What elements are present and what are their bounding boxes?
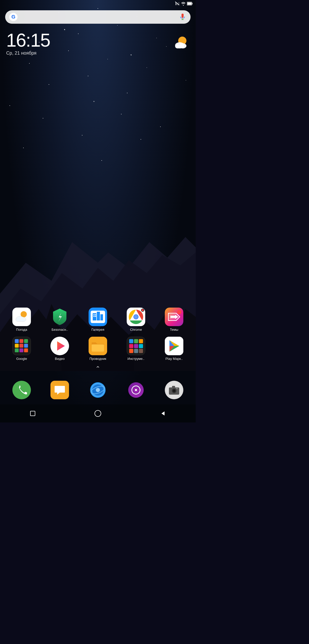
dock-music[interactable] (127, 381, 145, 399)
svg-rect-68 (129, 344, 133, 348)
svg-rect-66 (134, 339, 138, 343)
app-weather[interactable]: Погода (6, 308, 37, 332)
app-row-2: Google Видео (3, 337, 193, 361)
clock-date: Ср, 21 ноября (6, 50, 50, 56)
app-tools[interactable]: Инструме.. (121, 337, 151, 361)
svg-rect-9 (179, 2, 179, 5)
svg-rect-93 (176, 388, 178, 389)
weather-partly-cloudy-icon (171, 33, 190, 52)
svg-rect-72 (134, 349, 138, 353)
signal-icon (175, 2, 180, 6)
google-search-bar[interactable]: G G (5, 10, 191, 24)
svg-point-50 (177, 310, 181, 314)
app-google-folder[interactable]: Google (6, 337, 37, 361)
app-label-playstore: Play Марк.. (165, 357, 183, 361)
app-label-security: Безопасн.. (52, 328, 68, 332)
wifi-icon (181, 2, 186, 6)
svg-rect-73 (139, 349, 143, 353)
app-chrome[interactable]: Chrome (121, 308, 151, 332)
svg-point-23 (175, 44, 180, 48)
nav-home-button[interactable] (93, 408, 103, 419)
svg-rect-57 (24, 344, 28, 348)
app-playstore[interactable]: Play Марк.. (159, 337, 190, 361)
app-label-google: Google (16, 357, 27, 361)
svg-rect-35 (97, 312, 100, 320)
svg-point-48 (134, 315, 138, 319)
app-label-tools: Инструме.. (127, 357, 144, 361)
app-grid: Погода Безопасн.. (0, 308, 196, 366)
svg-rect-52 (15, 339, 19, 343)
nav-back-button[interactable] (158, 408, 168, 419)
svg-rect-69 (134, 344, 138, 348)
app-label-video: Видео (55, 357, 65, 361)
nav-recents-button[interactable] (28, 408, 38, 419)
mic-icon[interactable] (179, 13, 186, 21)
svg-rect-56 (20, 344, 23, 348)
svg-rect-92 (172, 386, 175, 388)
svg-rect-59 (20, 348, 23, 352)
svg-point-31 (16, 318, 20, 321)
svg-rect-58 (15, 348, 19, 352)
svg-point-30 (20, 317, 26, 321)
dock (3, 381, 193, 399)
dock-phone[interactable] (12, 381, 31, 399)
svg-point-95 (95, 410, 101, 417)
app-gallery[interactable]: Галерея (82, 308, 113, 332)
svg-rect-12 (187, 3, 192, 5)
google-g-logo: G G (9, 13, 18, 21)
svg-rect-7 (177, 3, 177, 5)
svg-rect-71 (129, 349, 133, 353)
app-row-1: Погода Безопасн.. (3, 308, 193, 332)
svg-point-22 (179, 43, 186, 48)
app-label-files: Проводник (89, 357, 106, 361)
app-label-chrome: Chrome (130, 328, 142, 332)
svg-rect-54 (24, 339, 28, 343)
svg-point-91 (173, 390, 175, 392)
drawer-arrow-icon: ⌃ (95, 365, 100, 372)
svg-rect-63 (92, 344, 104, 352)
svg-rect-94 (30, 411, 35, 416)
app-video[interactable]: Видео (44, 337, 75, 361)
dock-browser[interactable] (89, 381, 107, 399)
svg-rect-11 (192, 3, 193, 4)
status-bar (0, 0, 196, 7)
svg-rect-55 (15, 344, 19, 348)
drawer-handle[interactable]: ⌃ (0, 365, 196, 372)
dock-camera[interactable] (165, 381, 183, 399)
app-label-gallery: Галерея (91, 328, 104, 332)
svg-rect-70 (139, 344, 143, 348)
svg-rect-37 (93, 314, 95, 315)
app-label-weather: Погода (16, 328, 27, 332)
clock-widget: 16:15 Ср, 21 ноября (6, 31, 50, 56)
svg-rect-36 (100, 314, 103, 320)
svg-rect-8 (178, 3, 178, 5)
svg-rect-40 (95, 316, 96, 317)
svg-rect-60 (24, 348, 28, 352)
svg-rect-65 (129, 339, 133, 343)
clock-time: 16:15 (6, 31, 50, 49)
battery-icon (187, 2, 193, 5)
app-files[interactable]: Проводник (82, 337, 113, 361)
app-security[interactable]: Безопасн.. (44, 308, 75, 332)
svg-rect-39 (93, 316, 95, 317)
nav-bar (0, 404, 196, 422)
chrome-notification-dot (141, 309, 144, 312)
svg-text:G: G (12, 14, 15, 20)
dock-messages[interactable] (50, 381, 69, 399)
svg-rect-53 (20, 339, 23, 343)
svg-rect-38 (95, 314, 96, 315)
svg-rect-67 (139, 339, 143, 343)
app-themes[interactable]: Темы (159, 308, 190, 332)
app-label-themes: Темы (170, 328, 178, 332)
weather-widget[interactable] (171, 33, 190, 52)
svg-rect-17 (182, 14, 184, 16)
svg-point-75 (14, 382, 29, 398)
svg-point-86 (135, 389, 137, 391)
svg-point-81 (96, 388, 100, 392)
